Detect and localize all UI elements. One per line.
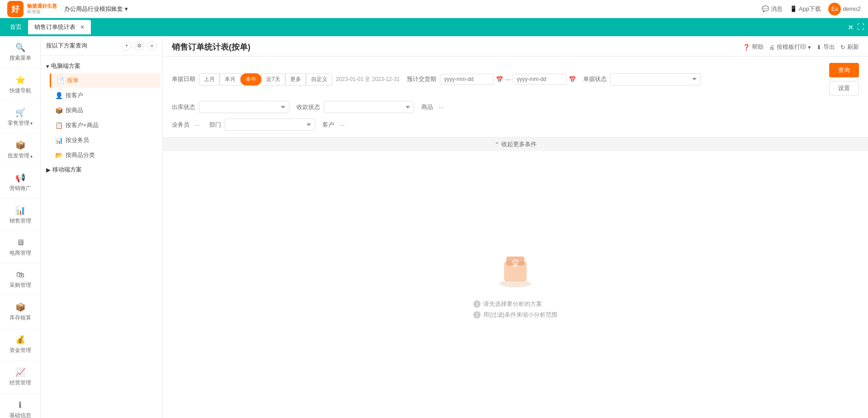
sidebar-item-purchase[interactable]: 🛍 采购管理	[0, 264, 40, 296]
add-scheme-btn[interactable]: +	[122, 41, 132, 51]
tree-child-by-salesperson[interactable]: 📊 按业务员	[50, 133, 160, 147]
export-btn[interactable]: ⬇ 导出	[816, 43, 835, 51]
user-profile-btn[interactable]: Ea demo2	[828, 3, 861, 15]
filter-row-1: 单据日期 上月 本月 本年 近7天 更多 自定义 2023-01-01 至 20…	[172, 63, 859, 95]
sidebar-item-wholesale[interactable]: 📦 批发管理 ▴	[0, 134, 40, 166]
filter-settings-btn[interactable]: 设置	[829, 81, 859, 95]
account-selector[interactable]: 办公用品行业模拟账套 ▾	[61, 3, 132, 15]
delivery-status-group: 出库状态	[172, 101, 289, 113]
tab-sales-order-stats[interactable]: 销售订单统计表 ✕	[28, 20, 91, 34]
doc-status-select[interactable]	[610, 73, 701, 86]
sidebar-item-inventory[interactable]: 📦 库存核算	[0, 296, 40, 328]
dropdown-arrow-icon: ▾	[125, 5, 128, 12]
svg-point-4	[512, 263, 514, 265]
calendar-to-icon[interactable]: 📅	[569, 76, 576, 83]
this-year-btn[interactable]: 本年	[241, 73, 261, 86]
window-close-icon[interactable]: ✕	[848, 23, 854, 32]
tab-home-label: 首页	[10, 23, 22, 31]
tree-pc-solutions[interactable]: ▾ 电脑端方案	[41, 59, 162, 73]
refresh-btn[interactable]: ↻ 刷新	[840, 43, 859, 51]
svg-point-3	[512, 260, 519, 267]
sidebar-item-sales[interactable]: 📊 销售管理	[0, 199, 40, 232]
goods-group: 商品 ···	[421, 103, 446, 111]
payment-status-label: 收款状态	[297, 103, 320, 111]
filter-area: 单据日期 上月 本月 本年 近7天 更多 自定义 2023-01-01 至 20…	[163, 57, 868, 138]
sidebar-item-ecommerce-label: 电商管理	[9, 249, 31, 257]
goods-more-btn[interactable]: ···	[437, 104, 446, 111]
settings-scheme-btn[interactable]: ⚙	[134, 41, 144, 51]
tree-child-by-customer-goods[interactable]: 📋 按客户+商品	[50, 118, 160, 133]
by-order-icon: 📄	[57, 77, 64, 84]
help-btn[interactable]: ❓ 帮助	[743, 43, 764, 51]
window-maximize-icon[interactable]: ⛶	[857, 23, 864, 31]
print-dropdown-icon: ▾	[808, 44, 811, 51]
calendar-from-icon[interactable]: 📅	[496, 76, 503, 83]
print-btn[interactable]: 🖨 按模板打印 ▾	[769, 43, 811, 51]
expected-delivery-input-group: 📅 — 📅	[440, 74, 576, 85]
dept-group: 部门	[209, 119, 315, 131]
payment-status-select[interactable]	[324, 101, 414, 113]
account-name: 办公用品行业模拟账套	[64, 5, 123, 13]
sidebar-item-retail[interactable]: 🛒 零售管理 ▾	[0, 101, 40, 134]
sidebar: 🔍 搜索菜单 ⭐ 快捷导航 🛒 零售管理 ▾ 📦 批发管理 ▴ 📢 营销推广	[0, 36, 41, 418]
delivery-status-select[interactable]	[199, 101, 289, 113]
finance-icon: 💰	[15, 335, 25, 345]
filter-row-2: 出库状态 收款状态 商品 ···	[172, 101, 859, 113]
app-download-btn[interactable]: 📱 App下载	[790, 5, 821, 13]
by-customer-goods-icon: 📋	[55, 122, 63, 129]
tree-pc-solutions-label: 电脑端方案	[51, 62, 80, 70]
tree-child-by-order[interactable]: 📄 按单	[50, 73, 160, 88]
tree-mobile-solutions[interactable]: ▶ 移动端方案	[41, 163, 162, 176]
tree-child-by-goods-category[interactable]: 📂 按商品分类	[50, 148, 160, 162]
sidebar-item-basic-info[interactable]: ℹ 基础信息	[0, 394, 40, 418]
expected-delivery-from-input[interactable]	[440, 74, 494, 85]
refresh-icon: ↻	[840, 44, 845, 51]
sidebar-item-inventory-label: 库存核算	[9, 314, 31, 322]
salesperson-group: 业务员 ···	[172, 121, 202, 129]
refresh-label: 刷新	[847, 43, 859, 51]
help-label: 帮助	[752, 43, 764, 51]
message-btn[interactable]: 💬 消息	[762, 5, 783, 13]
more-date-btn[interactable]: 更多	[285, 73, 306, 86]
prev-month-btn[interactable]: 上月	[199, 73, 220, 86]
sidebar-item-quick-nav[interactable]: ⭐ 快捷导航	[0, 69, 40, 101]
tree-child-by-goods[interactable]: 📦 按商品	[50, 103, 160, 118]
brand-sub: 标准版	[27, 9, 57, 14]
tab-close-icon[interactable]: ✕	[80, 24, 85, 30]
sidebar-item-search-menu[interactable]: 🔍 搜索菜单	[0, 36, 40, 69]
empty-state: 1 请先选择要分析的方案 2 用[过滤]条件来缩小分析范围	[163, 151, 868, 418]
sidebar-item-finance[interactable]: 💰 资金管理	[0, 328, 40, 361]
tree-child-by-goods-label: 按商品	[66, 106, 83, 114]
sidebar-item-operations-label: 经营管理	[9, 379, 31, 387]
expected-delivery-to-input[interactable]	[513, 74, 567, 85]
search-menu-icon: 🔍	[15, 43, 25, 52]
collapse-panel-btn[interactable]: «	[147, 41, 157, 51]
dept-select[interactable]	[225, 119, 315, 131]
this-month-btn[interactable]: 本月	[220, 73, 241, 86]
doc-status-label: 单据状态	[583, 75, 607, 83]
last-7-days-btn[interactable]: 近7天	[261, 73, 285, 86]
dept-label: 部门	[209, 121, 221, 129]
by-customer-icon: 👤	[55, 92, 63, 99]
left-panel-header: 按以下方案查询 + ⚙ «	[41, 36, 162, 56]
left-panel-actions: + ⚙ «	[122, 41, 157, 51]
salesperson-more-btn[interactable]: ···	[193, 121, 202, 128]
left-panel-title: 按以下方案查询	[46, 42, 87, 50]
sidebar-item-operations[interactable]: 📈 经营管理	[0, 361, 40, 394]
tab-home[interactable]: 首页	[4, 20, 28, 34]
sidebar-item-wholesale-label: 批发管理	[8, 152, 29, 160]
collapse-label: 收起更多条件	[501, 140, 537, 148]
custom-date-btn[interactable]: 自定义	[306, 73, 332, 86]
customer-more-btn[interactable]: ···	[338, 121, 347, 128]
collapse-conditions-btn[interactable]: ⌃ 收起更多条件	[163, 138, 868, 151]
retail-arrow-icon: ▾	[30, 121, 33, 126]
search-btn[interactable]: 查询	[829, 63, 859, 77]
tree-child-by-customer[interactable]: 👤 按客户	[50, 88, 160, 103]
tree-pc-children: 📄 按单 👤 按客户 📦 按商品 📋 按客户+商品	[41, 73, 162, 162]
print-icon: 🖨	[769, 44, 775, 51]
sidebar-item-ecommerce[interactable]: 🖥 电商管理	[0, 232, 40, 264]
sidebar-item-marketing[interactable]: 📢 营销推广	[0, 166, 40, 199]
sidebar-item-search-menu-label: 搜索菜单	[9, 54, 31, 62]
sidebar-item-quick-nav-label: 快捷导航	[9, 87, 31, 95]
retail-label-group: 零售管理 ▾	[8, 119, 33, 127]
